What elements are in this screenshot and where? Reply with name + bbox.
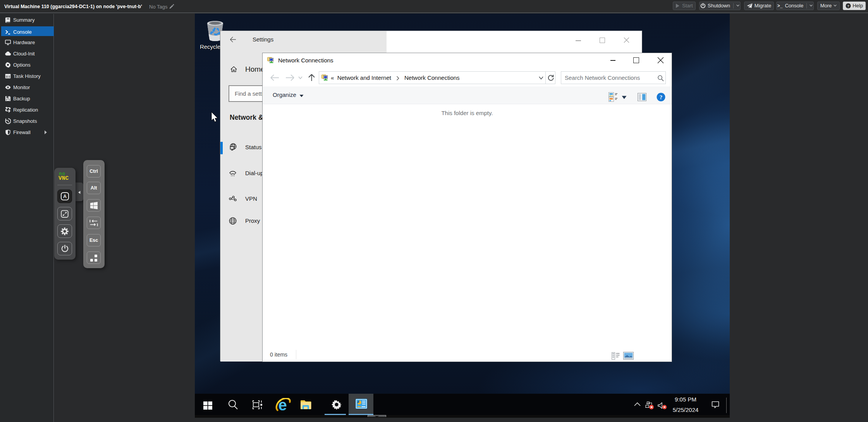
svg-text:?: ?: [847, 3, 849, 8]
svg-text:?: ?: [660, 94, 663, 100]
svg-text:A: A: [63, 194, 67, 199]
